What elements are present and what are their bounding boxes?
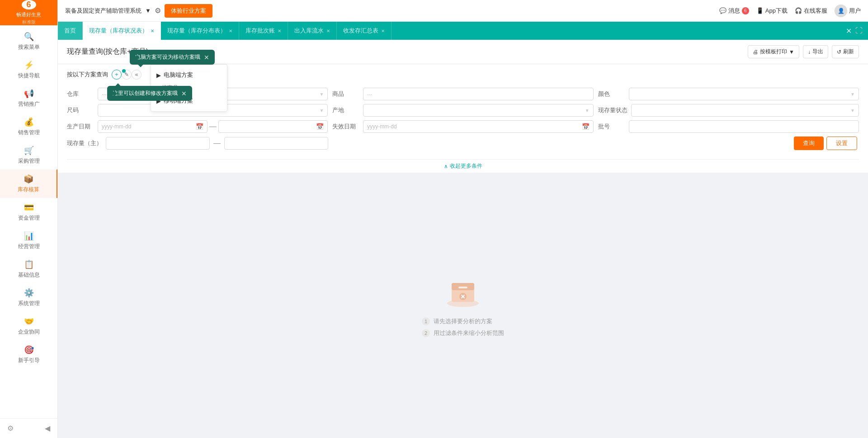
- download-icon: 📱: [756, 7, 764, 14]
- sidebar-item-sales[interactable]: 💰 销售管理: [0, 113, 57, 141]
- tabbar-end: ✕ ⛶: [846, 22, 868, 40]
- edit-scheme-button[interactable]: ✎: [122, 70, 132, 80]
- tab-inventory-status[interactable]: 现存量（库存状况表） ✕: [83, 22, 161, 40]
- online-support-item[interactable]: 🎧 在线客服: [795, 7, 827, 15]
- filter-goods: 商品 ···: [332, 88, 593, 100]
- sidebar-item-operations[interactable]: 📊 经营管理: [0, 226, 57, 255]
- sidebar-item-quicknav[interactable]: ⚡ 快捷导航: [0, 56, 57, 84]
- chevron-down-icon: ▼: [585, 108, 590, 113]
- size-label: 尺码: [67, 106, 94, 114]
- filter-stock-status: 现存量状态 ▼: [598, 104, 859, 117]
- color-select[interactable]: ▼: [629, 88, 859, 100]
- calendar-icon3[interactable]: 📅: [582, 123, 590, 130]
- stock-main-start[interactable]: [106, 137, 210, 150]
- tabbar: 首页 现存量（库存状况表） ✕ 现存量（库存分布表） ✕ 库存批次账 ✕ 出入库…: [58, 22, 868, 40]
- sidebar-item-inventory[interactable]: 📦 库存核算: [0, 170, 57, 198]
- sidebar-item-system[interactable]: ⚙️ 系统管理: [0, 283, 57, 312]
- tab-close-icon[interactable]: ✕: [278, 28, 281, 33]
- system-icon: ⚙️: [24, 288, 34, 298]
- tab-batch[interactable]: 库存批次账 ✕: [239, 22, 288, 40]
- calendar-icon2[interactable]: 📅: [316, 123, 324, 130]
- app-download-label: App下载: [765, 7, 788, 15]
- logo-icon: 6: [22, 0, 36, 9]
- scheme-desktop[interactable]: ▶ 电脑端方案: [151, 68, 227, 82]
- filter-row-3: 生产日期 yyyy-mm-dd 📅 — 📅: [67, 120, 859, 133]
- tooltip-scheme-hint: 电脑方案可设为移动方案哦 ✕: [130, 50, 215, 65]
- industry-solution-button[interactable]: 体验行业方案: [165, 4, 212, 18]
- refresh-button[interactable]: ↺ 刷新: [832, 45, 859, 58]
- goods-select[interactable]: ···: [363, 88, 593, 100]
- tab-inventory-dist[interactable]: 现存量（库存分布表） ✕: [161, 22, 239, 40]
- expand-icon: ▶: [156, 72, 161, 79]
- tab-home-label: 首页: [64, 27, 76, 35]
- app-download-item[interactable]: 📱 App下载: [756, 7, 788, 15]
- calendar-icon[interactable]: 📅: [196, 123, 203, 130]
- export-button[interactable]: ↓ 导出: [803, 45, 828, 58]
- notification-item[interactable]: 💬 消息 6: [719, 7, 749, 15]
- reset-button[interactable]: 设置: [826, 137, 857, 150]
- print-icon: 🖨: [753, 49, 758, 55]
- color-label: 颜色: [598, 90, 625, 98]
- add-scheme-button[interactable]: +: [112, 70, 122, 80]
- goods-label: 商品: [332, 90, 359, 98]
- notification-badge: 6: [742, 7, 749, 14]
- sidebar-item-label: 系统管理: [18, 300, 40, 307]
- tab-close-all-icon[interactable]: ✕: [846, 27, 852, 35]
- expire-date-start[interactable]: 📅: [218, 120, 328, 133]
- filter-color: 颜色 ▼: [598, 88, 859, 100]
- sidebar-item-label: 经营管理: [18, 243, 40, 250]
- filter-origin: 产地 ▼: [332, 104, 593, 117]
- template-print-button[interactable]: 🖨 按模板打印 ▼: [748, 45, 799, 58]
- sidebar-item-basic[interactable]: 📋 基础信息: [0, 255, 57, 283]
- sidebar-item-finance[interactable]: 💳 资金管理: [0, 198, 57, 226]
- sidebar-item-collab[interactable]: 🤝 企业协同: [0, 312, 57, 340]
- sidebar-item-label: 新手引导: [18, 357, 40, 364]
- collapse-sidebar-button[interactable]: ◀: [45, 424, 50, 433]
- settings-icon[interactable]: ⚙: [155, 6, 161, 15]
- collab-icon: 🤝: [24, 316, 34, 326]
- app-logo: 6 畅通好生意 标准版: [0, 0, 57, 25]
- sidebar-item-label: 企业协同: [18, 328, 40, 336]
- tab-close-icon[interactable]: ✕: [151, 28, 154, 33]
- range-separator: —: [212, 139, 222, 147]
- settings-button[interactable]: ⚙: [7, 424, 14, 433]
- batch-input[interactable]: [629, 120, 859, 133]
- tab-maximize-icon[interactable]: ⛶: [855, 27, 863, 35]
- expire-date-label: 失效日期: [332, 122, 359, 131]
- stock-main-end[interactable]: [224, 137, 328, 150]
- tab-home[interactable]: 首页: [58, 22, 83, 40]
- sidebar-item-search[interactable]: 🔍 搜索菜单: [0, 27, 57, 56]
- topbar: 装备及固定资产辅助管理系统 ▼ ⚙ 体验行业方案 💬 消息 6 📱 App下载 …: [58, 0, 868, 22]
- tab-close-icon[interactable]: ✕: [326, 28, 330, 33]
- sidebar-item-guide[interactable]: 🎯 新手引导: [0, 340, 57, 369]
- tab-close-icon[interactable]: ✕: [229, 28, 232, 33]
- user-label: 用户: [849, 7, 861, 15]
- tab-inventory-status-label: 现存量（库存状况表）: [89, 27, 148, 35]
- prod-date-start[interactable]: yyyy-mm-dd 📅: [98, 120, 208, 133]
- sidebar-item-purchase[interactable]: 🛒 采购管理: [0, 141, 57, 170]
- tooltip-create-hint: 这里可以创建和修改方案哦 ✕: [107, 86, 192, 101]
- sidebar-item-marketing[interactable]: 📢 营销推广: [0, 84, 57, 113]
- search-button[interactable]: 查询: [794, 137, 824, 150]
- back-scheme-button[interactable]: «: [132, 70, 142, 80]
- expire-date-start-field[interactable]: yyyy-mm-dd 📅: [363, 120, 593, 133]
- collapse-label: 收起更多条件: [450, 162, 482, 170]
- sidebar-bottom: ⚙ ◀: [0, 418, 57, 438]
- stock-status-select[interactable]: ▼: [631, 104, 859, 117]
- finance-icon: 💳: [24, 203, 34, 212]
- tooltip-close-button[interactable]: ✕: [204, 54, 209, 61]
- tab-flow[interactable]: 出入库流水 ✕: [288, 22, 337, 40]
- tab-summary[interactable]: 收发存汇总表 ✕: [337, 22, 392, 40]
- search-icon: 🔍: [24, 32, 34, 42]
- tab-close-icon[interactable]: ✕: [381, 28, 385, 33]
- user-item[interactable]: 👤 用户: [835, 5, 861, 17]
- page-area: 现存量查询(按仓库+商品) 🖨 按模板打印 ▼ ↓ 导出 ↺ 刷新: [58, 40, 868, 438]
- origin-select[interactable]: ▼: [363, 104, 593, 117]
- topbar-right: 💬 消息 6 📱 App下载 🎧 在线客服 👤 用户: [719, 5, 861, 17]
- tooltip2-close-button[interactable]: ✕: [181, 90, 187, 97]
- notification-label: 消息: [728, 7, 740, 15]
- system-select[interactable]: ▼: [145, 7, 151, 14]
- support-icon: 🎧: [795, 7, 802, 14]
- collapse-bar[interactable]: ∧ 收起更多条件: [67, 159, 859, 173]
- app-name: 畅通好生意: [16, 11, 41, 18]
